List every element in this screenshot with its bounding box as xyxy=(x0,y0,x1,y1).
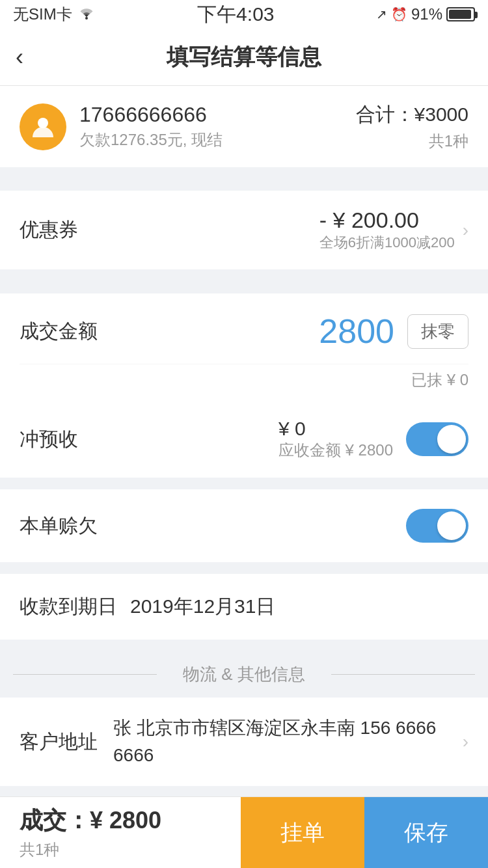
prepay-receivable: 应收金额 ¥ 2800 xyxy=(278,440,393,461)
footer-deal: 成交：¥ 2800 xyxy=(20,805,221,837)
logistics-text: 物流 & 其他信息 xyxy=(183,663,305,686)
divider-1 xyxy=(0,179,488,191)
amount-sub: 已抹 ¥ 0 xyxy=(20,364,468,401)
address-label: 客户地址 xyxy=(20,729,98,755)
arrears-label: 本单赊欠 xyxy=(20,513,98,539)
coupon-desc: 全场6折满1000减200 xyxy=(319,233,455,252)
content: 17666666666 欠款1276.35元, 现结 合计：¥3000 共1种 … xyxy=(0,86,488,868)
location-icon: ↗ xyxy=(376,7,387,22)
battery-percent: 91% xyxy=(411,5,442,23)
arrears-toggle[interactable] xyxy=(406,509,468,543)
coupon-right: - ¥ 200.00 全场6折满1000减200 › xyxy=(319,208,468,252)
prepay-right: ¥ 0 应收金额 ¥ 2800 xyxy=(278,418,468,461)
arrears-row: 本单赊欠 xyxy=(0,489,488,562)
round-btn[interactable]: 抹零 xyxy=(407,314,468,349)
save-button[interactable]: 保存 xyxy=(364,797,488,869)
coupon-label: 优惠券 xyxy=(20,217,78,243)
address-row[interactable]: 客户地址 张 北京市市辖区海淀区永丰南 156 6666 6666 › xyxy=(0,698,488,786)
status-left: 无SIM卡 xyxy=(13,4,96,25)
duedate-label: 收款到期日 xyxy=(20,593,117,620)
status-bar: 无SIM卡 下午4:03 ↗ ⏰ 91% xyxy=(0,0,488,29)
logistics-line-right xyxy=(331,674,475,675)
prepay-amounts: ¥ 0 应收金额 ¥ 2800 xyxy=(278,418,393,461)
coupon-discount: - ¥ 200.00 xyxy=(319,208,455,233)
amount-label: 成交金额 xyxy=(20,318,98,345)
duedate-row: 收款到期日 2019年12月31日 xyxy=(0,574,488,640)
customer-left: 17666666666 欠款1276.35元, 现结 xyxy=(20,103,223,150)
avatar xyxy=(20,103,66,150)
address-value: 张 北京市市辖区海淀区永丰南 156 6666 6666 xyxy=(113,714,463,769)
customer-info: 17666666666 欠款1276.35元, 现结 xyxy=(79,103,223,150)
amount-section: 成交金额 2800 抹零 已抹 ¥ 0 冲预收 ¥ 0 应收金额 ¥ 2800 xyxy=(0,293,488,478)
svg-point-0 xyxy=(85,17,88,20)
arrears-toggle-knob xyxy=(437,511,466,540)
coupon-row[interactable]: 优惠券 - ¥ 200.00 全场6折满1000减200 › xyxy=(0,191,488,270)
coupon-info: - ¥ 200.00 全场6折满1000减200 xyxy=(319,208,455,252)
customer-total: 合计：¥3000 xyxy=(356,102,468,128)
customer-count: 共1种 xyxy=(356,131,468,152)
prepay-row: 冲预收 ¥ 0 应收金额 ¥ 2800 xyxy=(20,401,468,478)
carrier-label: 无SIM卡 xyxy=(13,4,72,25)
back-button[interactable]: ‹ xyxy=(16,44,23,71)
amount-row: 成交金额 2800 抹零 xyxy=(20,293,468,364)
status-right: ↗ ⏰ 91% xyxy=(376,5,475,23)
footer-info: 成交：¥ 2800 共1种 xyxy=(0,805,241,860)
divider-2 xyxy=(0,282,488,293)
battery-icon xyxy=(446,7,475,21)
prepay-label: 冲预收 xyxy=(20,426,78,453)
svg-point-1 xyxy=(38,118,48,128)
footer-deal-amount: ¥ 2800 xyxy=(90,807,161,834)
duedate-value: 2019年12月31日 xyxy=(130,593,275,620)
footer-count: 共1种 xyxy=(20,839,221,860)
nav-bar: ‹ 填写结算等信息 xyxy=(0,29,488,86)
toggle-knob xyxy=(437,425,466,454)
amount-right: 2800 抹零 xyxy=(319,312,468,351)
wifi-icon xyxy=(77,5,96,23)
status-time: 下午4:03 xyxy=(197,1,274,28)
logistics-divider: 物流 & 其他信息 xyxy=(0,651,488,698)
customer-row: 17666666666 欠款1276.35元, 现结 合计：¥3000 共1种 xyxy=(0,86,488,167)
customer-sub: 欠款1276.35元, 现结 xyxy=(79,129,223,150)
prepay-amount: ¥ 0 xyxy=(278,418,393,440)
page-title: 填写结算等信息 xyxy=(167,42,321,72)
hold-button[interactable]: 挂单 xyxy=(241,797,364,869)
logistics-line-left xyxy=(13,674,157,675)
footer: 成交：¥ 2800 共1种 挂单 保存 xyxy=(0,796,488,868)
amount-value[interactable]: 2800 xyxy=(319,312,394,351)
prepay-toggle[interactable] xyxy=(406,422,468,456)
alarm-icon: ⏰ xyxy=(391,7,407,22)
customer-phone: 17666666666 xyxy=(79,103,223,127)
address-chevron-icon: › xyxy=(463,731,468,752)
chevron-right-icon: › xyxy=(463,220,468,241)
footer-deal-label: 成交： xyxy=(20,807,90,834)
customer-right: 合计：¥3000 共1种 xyxy=(356,102,468,152)
